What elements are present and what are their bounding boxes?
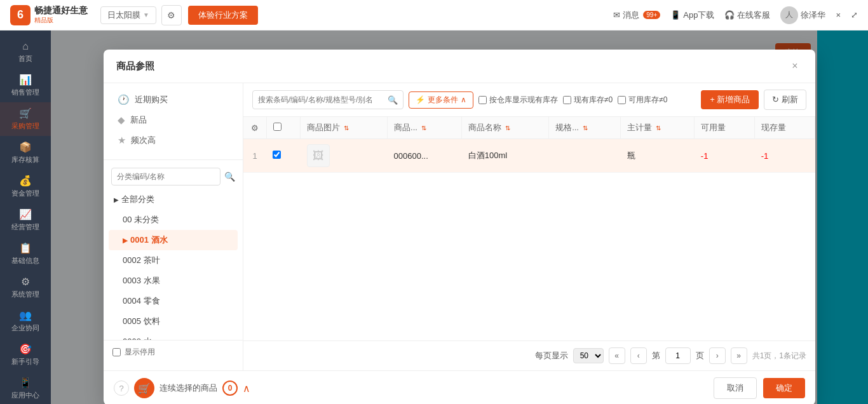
prev-page-btn[interactable]: ‹: [630, 347, 647, 364]
cart-section: ? 🛒 连续选择的商品 0 ∧: [114, 378, 707, 398]
quick-filter-recent-label: 近期购买: [135, 94, 168, 105]
messages-nav-item[interactable]: ✉ 消息 99+: [613, 10, 660, 21]
sidebar-item-apps[interactable]: 📱 应用中心: [0, 372, 51, 404]
th-available: 可用量: [695, 117, 755, 139]
sidebar-item-inventory-label: 库存核算: [11, 155, 39, 165]
row-checkbox[interactable]: [273, 151, 281, 159]
settings-icon[interactable]: ⚙: [161, 5, 182, 25]
sidebar-item-operations[interactable]: 📈 经营管理: [0, 203, 51, 237]
last-page-btn[interactable]: »: [731, 347, 747, 364]
cancel-button[interactable]: 取消: [714, 377, 757, 399]
collapse-cart-btn[interactable]: ∧: [243, 382, 250, 394]
modal: 商品参照 × 🕐 近期购买 ◆: [104, 50, 815, 404]
th-spec[interactable]: 规格... ⇅: [549, 117, 621, 139]
main-content: 查询 刷新 设置 商品参照 × 🕐: [51, 30, 868, 404]
per-page-select[interactable]: 50: [573, 348, 604, 363]
warehouse-checkbox[interactable]: [478, 96, 487, 104]
right-panel: 🔍 ⚡ 更多条件 ∧ 按仓库显示现有库存: [243, 83, 815, 370]
available-checkbox[interactable]: [563, 96, 571, 104]
row-image-cell: 🖼: [301, 139, 388, 173]
product-search-input[interactable]: [258, 95, 385, 104]
cat-item-fruit[interactable]: 0003 水果: [109, 271, 238, 291]
modal-close-button[interactable]: ×: [787, 58, 803, 74]
cat-item-unclassified[interactable]: 00 未分类: [109, 210, 238, 230]
warehouse-filter[interactable]: 按仓库显示现有库存: [478, 95, 558, 105]
cat-item-tea[interactable]: 0002 茶叶: [109, 250, 238, 271]
sidebar-item-system[interactable]: ⚙ 系统管理: [0, 271, 51, 304]
quick-filter-recent[interactable]: 🕐 近期购买: [111, 90, 235, 110]
enterprise-icon: 👥: [19, 309, 32, 321]
toolbar: 🔍 ⚡ 更多条件 ∧ 按仓库显示现有库存: [243, 83, 815, 117]
th-settings[interactable]: ⚙: [243, 117, 266, 139]
row-stock: -1: [755, 139, 815, 173]
th-name[interactable]: 商品名称 ⇅: [462, 117, 549, 139]
sidebar-item-guide[interactable]: 🎯 新手引导: [0, 338, 51, 372]
usable-filter[interactable]: 可用库存≠0: [618, 95, 667, 105]
trial-button[interactable]: 体验行业方案: [188, 6, 258, 25]
table-row[interactable]: 1 🖼 000600... 白酒100ml: [243, 139, 815, 173]
th-unit[interactable]: 主计量 ⇅: [621, 117, 695, 139]
row-code: 000600...: [388, 139, 462, 173]
finance-icon: 💰: [19, 175, 32, 187]
cat-item-snacks[interactable]: 0004 零食: [109, 291, 238, 311]
next-page-btn[interactable]: ›: [709, 347, 726, 364]
sidebar-item-finance-label: 资金管理: [11, 189, 39, 198]
divider-1: [104, 159, 243, 160]
cat-item-water[interactable]: 0008 水: [109, 332, 238, 340]
select-all-checkbox[interactable]: [273, 123, 281, 131]
nav-selector[interactable]: 日太阳膜 ▼: [100, 6, 156, 24]
th-name-sort-icon: ⇅: [505, 125, 510, 131]
total-info: 共1页，1条记录: [752, 351, 806, 361]
quick-filter-new[interactable]: ◆ 新品: [111, 110, 235, 130]
th-image[interactable]: 商品图片 ⇅: [301, 117, 388, 139]
th-checkbox: [266, 117, 301, 139]
sidebar-item-inventory[interactable]: 📦 库存核算: [0, 136, 51, 170]
available-filter[interactable]: 现有库存≠0: [563, 95, 613, 105]
filter-more-btn[interactable]: ⚡ 更多条件 ∧: [409, 91, 473, 109]
per-page-label: 每页显示: [535, 350, 568, 361]
help-icon[interactable]: ?: [114, 380, 129, 396]
new-product-btn[interactable]: + 新增商品: [701, 90, 759, 109]
cart-icon[interactable]: 🛒: [134, 378, 154, 398]
cat-item-drinks[interactable]: 0005 饮料: [109, 311, 238, 332]
ok-button[interactable]: 确定: [763, 378, 805, 398]
online-service-item[interactable]: 🎧 在线客服: [724, 10, 770, 21]
show-disabled-checkbox[interactable]: [112, 348, 121, 356]
left-panel: 🕐 近期购买 ◆ 新品 ★ 频次高: [104, 83, 243, 370]
sidebar-item-operations-label: 经营管理: [11, 222, 39, 232]
quick-filters: 🕐 近期购买 ◆ 新品 ★ 频次高: [104, 90, 243, 151]
sidebar-item-finance[interactable]: 💰 资金管理: [0, 170, 51, 203]
cat-all-label: 全部分类: [121, 194, 154, 205]
th-code-sort-icon: ⇅: [421, 125, 426, 131]
sidebar-item-home[interactable]: ⌂ 首页: [0, 36, 51, 69]
page-input[interactable]: 1: [665, 347, 691, 364]
refresh-btn[interactable]: ↻ 刷新: [764, 90, 806, 110]
app-download-item[interactable]: 📱 App下载: [670, 10, 714, 21]
th-code[interactable]: 商品... ⇅: [388, 117, 462, 139]
quick-filter-frequent[interactable]: ★ 频次高: [111, 130, 235, 151]
first-page-btn[interactable]: «: [609, 347, 625, 364]
th-stock: 现存量: [755, 117, 815, 139]
show-disabled-row[interactable]: 显示停用: [104, 340, 243, 364]
product-search-icon[interactable]: 🔍: [388, 95, 398, 105]
sidebar-item-purchase[interactable]: 🛒 采购管理: [0, 102, 51, 136]
user-item[interactable]: 人 徐泽华: [780, 6, 825, 24]
message-icon: ✉: [613, 10, 620, 20]
expand-btn[interactable]: ⤢: [851, 10, 858, 20]
nav-selector-label: 日太阳膜: [107, 10, 140, 21]
cart-count: 0: [222, 380, 238, 396]
sidebar-item-basic-info[interactable]: 📋 基础信息: [0, 237, 51, 271]
cat-item-liquor[interactable]: ▶ 0001 酒水: [109, 230, 238, 250]
sidebar-item-sales[interactable]: 📊 销售管理: [0, 69, 51, 102]
th-unit-sort-icon: ⇅: [656, 125, 661, 131]
cat-item-all[interactable]: ▶ 全部分类: [109, 189, 238, 210]
pagination: 每页显示 50 « ‹ 第 1 页 › » 共1页，1条记录: [243, 340, 815, 370]
sidebar-item-enterprise[interactable]: 👥 企业协同: [0, 304, 51, 338]
close-btn[interactable]: ×: [836, 10, 841, 20]
frequent-icon: ★: [118, 135, 126, 146]
category-search-icon[interactable]: 🔍: [224, 172, 235, 182]
usable-checkbox[interactable]: [618, 96, 626, 104]
table-header: ⚙ 商品图片 ⇅ 商品... ⇅: [243, 117, 815, 139]
row-checkbox-cell: [266, 139, 301, 173]
category-search-input[interactable]: [111, 168, 220, 185]
